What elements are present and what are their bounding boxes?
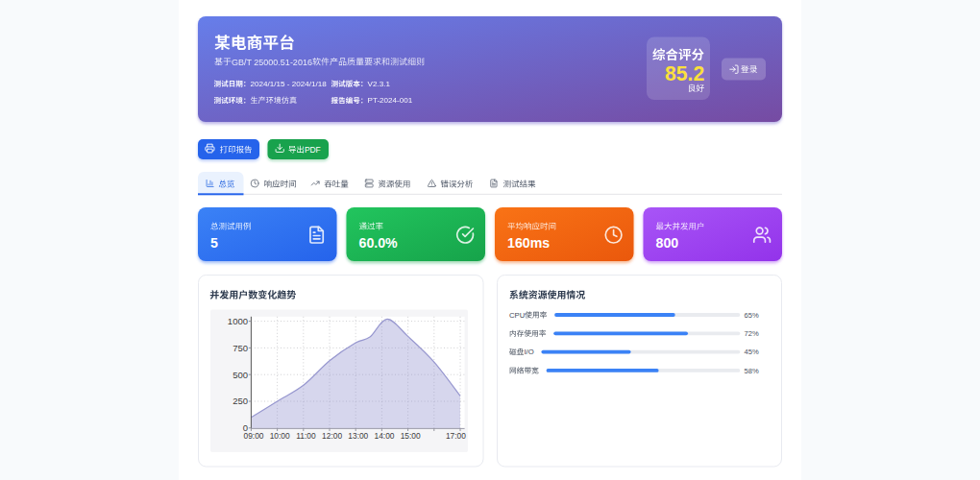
svg-text:V2.3.1: V2.3.1 — [368, 80, 391, 88]
svg-text:PDF: PDF — [305, 145, 321, 155]
svg-text:10:00: 10:00 — [270, 431, 290, 441]
svg-text:PT-2024-001: PT-2024-001 — [368, 96, 413, 105]
svg-text:5: 5 — [210, 235, 218, 251]
svg-text:85.2: 85.2 — [665, 62, 704, 84]
svg-text:800: 800 — [656, 235, 679, 251]
svg-text:65%: 65% — [745, 311, 759, 320]
svg-text:11:00: 11:00 — [296, 431, 316, 441]
svg-text:12:00: 12:00 — [322, 431, 342, 441]
svg-text:750: 750 — [233, 343, 248, 353]
svg-text:1000: 1000 — [228, 316, 248, 326]
svg-text:15:00: 15:00 — [401, 431, 421, 441]
svg-text:GB/T 25000.51-2016: GB/T 25000.51-2016 — [232, 58, 312, 67]
svg-text:58%: 58% — [745, 367, 759, 375]
svg-text:160ms: 160ms — [507, 235, 550, 251]
svg-text:CPU: CPU — [509, 311, 525, 320]
svg-text:09:00: 09:00 — [244, 431, 264, 441]
svg-text:250: 250 — [233, 396, 248, 406]
svg-text:14:00: 14:00 — [375, 431, 395, 441]
svg-text:2024/1/15 - 2024/1/18: 2024/1/15 - 2024/1/18 — [251, 80, 328, 88]
svg-text:72%: 72% — [745, 329, 759, 338]
svg-text:13:00: 13:00 — [348, 431, 368, 441]
svg-text:I/O: I/O — [524, 348, 533, 356]
svg-text:17:00: 17:00 — [446, 431, 466, 441]
svg-text:500: 500 — [233, 370, 248, 380]
svg-text:45%: 45% — [745, 348, 759, 356]
svg-text:60.0%: 60.0% — [359, 235, 399, 251]
